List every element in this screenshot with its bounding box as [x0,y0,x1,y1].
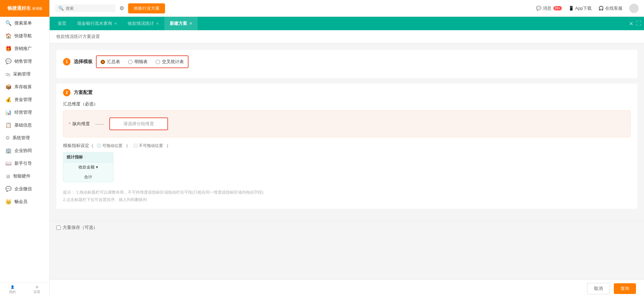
radio-summary-input[interactable] [101,60,105,64]
radio-detail[interactable]: 明细表 [128,59,148,65]
indicator-label: 收款金额 [78,165,95,169]
tab-close-collection-stat[interactable]: ✕ [156,21,159,26]
sidebar-bottom: 👤 我的 ⚙ 设置 [0,282,49,297]
logo-text: 畅捷通好生 [7,5,31,11]
dimension-title-text: 汇总维度（必选） [63,101,98,106]
sidebar-label-base-info: 基础信息 [14,122,32,128]
sidebar-item-search-menu[interactable]: 🔍搜索菜单 [0,17,49,30]
step1-title: 选择模板 [74,59,93,65]
settings-icon[interactable]: ⚙ [119,5,124,11]
sidebar-item-guide[interactable]: 📖新手引导 [0,157,49,170]
sidebar-label-sales: 销售管理 [14,58,32,64]
sidebar-label-inventory: 库存核算 [14,84,32,90]
sidebar-item-purchase[interactable]: 🛍采购管理 [0,68,49,81]
radio-cross-label: 交叉统计表 [162,59,184,65]
radio-cross[interactable]: 交叉统计表 [156,59,184,65]
radio-detail-label: 明细表 [135,59,148,65]
tabbar-right-actions: ✕ ⛶ [629,20,641,27]
sidebar-item-inventory[interactable]: 📦库存核算 [0,81,49,93]
sidebar-label-purchase: 采购管理 [13,71,31,77]
sidebar-item-sales[interactable]: 💬销售管理 [0,55,49,68]
trial-button[interactable]: 体验行业方案 [128,3,165,13]
sidebar-item-management[interactable]: 📊经营管理 [0,106,49,119]
sidebar-icon-sales: 💬 [5,58,12,64]
sidebar-item-marketing[interactable]: 🎁营销推广 [0,42,49,55]
dropdown-icon[interactable]: ▾ [96,165,98,169]
tab-close-bank-flow[interactable]: ✕ [114,21,117,26]
content-area: 收款情况统计方案设置 1 选择模板 汇总表 明细表 [50,30,644,280]
tab-label-new-plan: 新建方案 [170,20,187,27]
tab-label-home: 首页 [58,20,66,27]
indicator-table-header: 统计指标 [63,152,113,162]
sidebar-icon-member: 👑 [5,199,12,205]
fixed-legend: 不可拖动位置 [133,143,163,149]
sidebar-item-base-info[interactable]: 📋基础信息 [0,119,49,132]
sidebar-item-finance[interactable]: 💰资金管理 [0,93,49,106]
online-service-btn[interactable]: 🎧 在线客服 [598,5,623,11]
indicator-row: 合计 [63,172,113,182]
save-plan-input[interactable] [56,226,61,230]
sidebar-label-search-menu: 搜索菜单 [14,20,32,26]
message-badge: 99+ [553,6,562,10]
sidebar-item-member[interactable]: 👑畅会员 [0,195,49,208]
sidebar-icon-quick-nav: 🏠 [5,33,12,39]
sidebar-label-finance: 资金管理 [14,97,32,103]
action-bar: 取消 查询 [50,280,644,297]
sidebar-icon-inventory: 📦 [5,84,12,90]
expand-icon[interactable]: ⛶ [636,20,641,27]
sidebar-label-system: 系统管理 [12,135,30,141]
sidebar-logo: 畅捷通好生 标准版 [0,0,49,17]
tab-new-plan[interactable]: 新建方案✕ [164,17,198,30]
sidebar-item-quick-nav[interactable]: 🏠快捷导航 [0,30,49,42]
dimension-select[interactable]: 请选择分组维度 [109,117,168,130]
dimension-section-title: 汇总维度（必选） [63,101,631,107]
movable-label: 可拖动位置 [102,143,122,149]
search-box[interactable]: 🔍 [55,4,115,12]
movable-legend: 可拖动位置 [97,143,122,149]
logo-sub: 标准版 [32,6,42,11]
sidebar-item-wechat[interactable]: 💬企业微信 [0,183,49,195]
sidebar-bottom-user[interactable]: 👤 我的 [9,285,16,294]
sidebar-bottom-settings[interactable]: ⚙ 设置 [34,285,40,294]
radio-cross-input[interactable] [156,60,160,64]
sidebar: 畅捷通好生 标准版 🔍搜索菜单🏠快捷导航🎁营销推广💬销售管理🛍采购管理📦库存核算… [0,0,50,297]
fixed-label: 不可拖动位置 [139,143,163,149]
indicator-settings: 模板指标设定（ 可拖动位置 ） 不可拖动位置 ） [63,143,631,182]
radio-detail-input[interactable] [128,60,132,64]
indicator-label-row: 模板指标设定（ 可拖动位置 ） 不可拖动位置 ） [63,143,631,149]
legend-close: ） [166,143,171,149]
indicator-settings-label: 模板指标设定（ [63,143,94,149]
avatar[interactable] [629,4,639,13]
message-label: 消息 [543,5,551,11]
close-all-icon[interactable]: ✕ [629,20,633,27]
content-body: 1 选择模板 汇总表 明细表 交叉统计表 [50,43,644,221]
tip-2: 2.点击标题栏下拉可设置排序、插入列和删除列 [63,196,631,204]
sidebar-icon-hardware: 🖥 [5,174,10,179]
tab-home[interactable]: 首页 [52,17,72,30]
message-btn[interactable]: 💬 消息 99+ [536,5,562,11]
app-download-btn[interactable]: 📱 App下载 [569,5,592,11]
sidebar-icon-search-menu: 🔍 [5,20,12,26]
radio-summary[interactable]: 汇总表 [101,59,120,65]
sidebar-item-hardware[interactable]: 🖥智能硬件 [0,170,49,183]
radio-summary-label: 汇总表 [107,59,120,65]
tab-close-new-plan[interactable]: ✕ [189,21,192,26]
indicator-table: 统计指标 收款金额 ▾合计 [63,152,113,182]
indicator-section-label: 统计指标 [67,154,83,160]
save-plan-checkbox[interactable]: 方案保存（可选） [56,225,98,231]
sidebar-item-system[interactable]: ⚙系统管理 [0,132,49,144]
arrow-icon: —— [95,121,104,127]
search-input[interactable] [66,6,106,11]
sidebar-item-enterprise[interactable]: 🏢企业协同 [0,144,49,157]
step2-title: 方案配置 [74,90,93,96]
tab-collection-stat[interactable]: 收款情况统计✕ [122,17,164,30]
step2-section: 2 方案配置 汇总维度（必选） * 纵向维度 —— 请选择分组维度 [56,84,637,209]
step1-section: 1 选择模板 汇总表 明细表 交叉统计表 [56,50,637,78]
breadcrumb-text: 收款情况统计方案设置 [56,34,100,39]
sidebar-icon-system: ⚙ [5,135,10,141]
vertical-dim-label: * 纵向维度 [69,121,90,127]
cancel-button[interactable]: 取消 [587,283,610,294]
query-button[interactable]: 查询 [614,283,636,294]
tab-bank-flow[interactable]: 现金银行流水查询✕ [72,17,122,30]
sidebar-icon-guide: 📖 [5,160,12,166]
